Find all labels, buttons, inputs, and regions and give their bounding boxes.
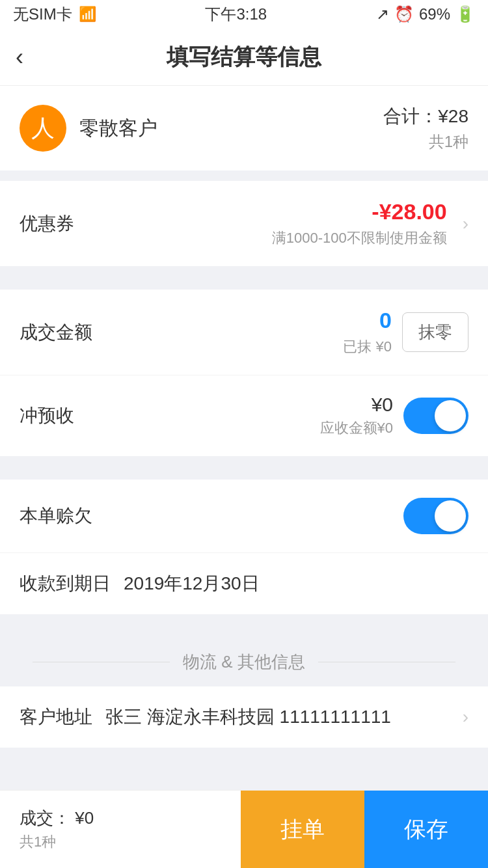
avatar: 人	[20, 105, 66, 152]
deal-amount-label: 成交金额	[20, 320, 92, 345]
advance-label: 冲预收	[20, 403, 74, 428]
back-button[interactable]: ‹	[16, 44, 23, 71]
advance-toggle[interactable]	[403, 398, 468, 434]
advance-sub: 应收金额¥0	[320, 418, 393, 438]
debit-toggle-circle	[435, 500, 466, 532]
advance-amounts: ¥0 应收金额¥0	[320, 394, 393, 438]
advance-row: 冲预收 ¥0 应收金额¥0	[0, 375, 488, 456]
coupon-right: -¥28.00 满1000-100不限制使用金额 ›	[272, 199, 468, 248]
logistics-label: 物流 & 其他信息	[183, 651, 305, 673]
chevron-right-icon: ›	[463, 213, 468, 234]
deal-value: 0	[343, 308, 392, 333]
bottom-deal-label: 成交：	[20, 808, 70, 828]
coupon-info: -¥28.00 满1000-100不限制使用金额	[272, 199, 447, 248]
address-row[interactable]: 客户地址 张三 海淀永丰科技园 11111111111 ›	[0, 686, 488, 748]
customer-right: 合计：¥28 共1种	[383, 104, 468, 152]
deal-section: 成交金额 0 已抹 ¥0 抹零 冲预收 ¥0 应收金额¥0	[0, 290, 488, 456]
battery-icon: 🔋	[455, 5, 475, 23]
bottom-buttons: 挂单 保存	[241, 791, 488, 868]
coupon-desc: 满1000-100不限制使用金额	[272, 228, 447, 248]
location-icon: ↗	[376, 5, 389, 23]
logistics-divider: 物流 & 其他信息	[0, 638, 488, 686]
battery-label: 69%	[419, 5, 450, 23]
coupon-section: 优惠券 -¥28.00 满1000-100不限制使用金额 ›	[0, 181, 488, 266]
avatar-icon: 人	[31, 113, 55, 144]
save-label: 保存	[404, 815, 448, 845]
customer-row: 人 零散客户 合计：¥28 共1种	[0, 86, 488, 170]
address-label: 客户地址	[20, 705, 92, 729]
divider-3	[0, 625, 488, 638]
due-date-row: 收款到期日 2019年12月30日	[0, 553, 488, 614]
address-section: 客户地址 张三 海淀永丰科技园 11111111111 ›	[0, 686, 488, 748]
debit-label: 本单赊欠	[20, 504, 92, 528]
bottom-deal: 成交： ¥0	[20, 807, 221, 830]
nav-bar: ‹ 填写结算等信息	[0, 29, 488, 86]
divider-2	[0, 467, 488, 480]
coupon-label: 优惠券	[20, 211, 74, 236]
debit-section: 本单赊欠 收款到期日 2019年12月30日	[0, 480, 488, 614]
bottom-count: 共1种	[20, 832, 221, 852]
advance-amount: ¥0	[320, 394, 393, 416]
content-area: 人 零散客户 合计：¥28 共1种 优惠券 -¥28.00 满1000-100不…	[0, 86, 488, 868]
address-value: 张三 海淀永丰科技园 11111111111	[105, 705, 457, 729]
page-title: 填写结算等信息	[167, 42, 321, 72]
due-date-label: 收款到期日	[20, 571, 111, 596]
coupon-amount: -¥28.00	[272, 199, 447, 224]
bottom-bar: 成交： ¥0 共1种 挂单 保存	[0, 790, 488, 868]
debit-toggle[interactable]	[403, 498, 468, 534]
network-label: 无SIM卡	[13, 4, 72, 25]
customer-total: 合计：¥28	[383, 104, 468, 129]
round-button[interactable]: 抹零	[402, 312, 468, 352]
advance-right: ¥0 应收金额¥0	[320, 394, 468, 438]
coupon-row[interactable]: 优惠券 -¥28.00 满1000-100不限制使用金额 ›	[0, 181, 488, 266]
wifi-icon: 📶	[79, 6, 96, 23]
deal-amount-row: 成交金额 0 已抹 ¥0 抹零	[0, 290, 488, 375]
address-chevron-icon: ›	[463, 707, 468, 727]
debit-row: 本单赊欠	[0, 480, 488, 553]
deal-sub: 已抹 ¥0	[343, 337, 392, 357]
divider-1	[0, 277, 488, 290]
customer-left: 人 零散客户	[20, 105, 157, 152]
toggle-circle	[435, 400, 466, 431]
deal-amount-right: 0 已抹 ¥0 抹零	[343, 308, 468, 357]
bottom-info: 成交： ¥0 共1种	[0, 807, 241, 852]
customer-name: 零散客户	[79, 115, 157, 142]
status-bar: 无SIM卡 📶 下午3:18 ↗ ⏰ 69% 🔋	[0, 0, 488, 29]
deal-right-col: 0 已抹 ¥0	[343, 308, 392, 357]
alarm-icon: ⏰	[394, 5, 414, 23]
customer-count: 共1种	[383, 131, 468, 152]
bottom-deal-value: ¥0	[75, 808, 94, 828]
hang-button[interactable]: 挂单	[241, 791, 364, 868]
status-right: ↗ ⏰ 69% 🔋	[376, 5, 475, 23]
status-left: 无SIM卡 📶	[13, 4, 96, 25]
hang-label: 挂单	[280, 815, 325, 845]
due-date-value: 2019年12月30日	[124, 571, 260, 596]
save-button[interactable]: 保存	[364, 791, 488, 868]
status-time: 下午3:18	[205, 4, 267, 25]
